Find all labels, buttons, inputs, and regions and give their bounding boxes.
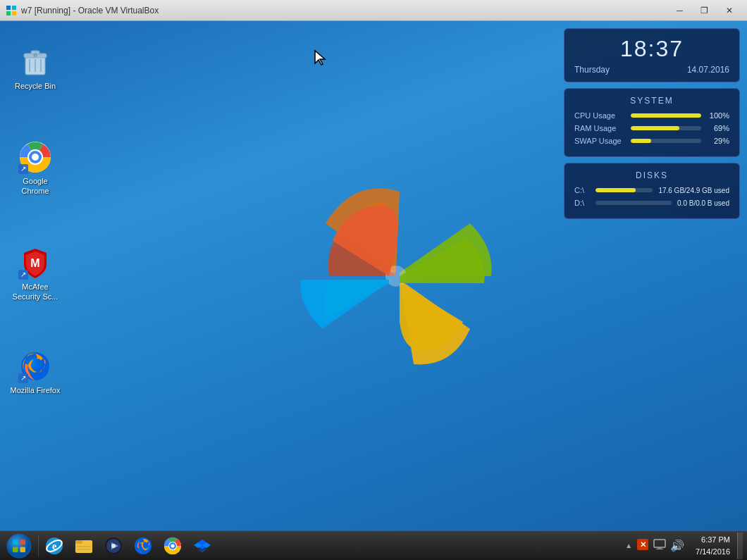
titlebar-controls: ─ ❐ ✕ [667,3,741,18]
svg-marker-4 [315,51,325,65]
system-tray: ▲ ✕ 🔊 [621,538,689,554]
svg-rect-30 [20,547,26,552]
titlebar: w7 [Running] - Oracle VM VirtualBox ─ ❐ … [0,0,747,21]
minimize-button[interactable]: ─ [667,3,692,18]
clock-date: 14.07.2016 [687,65,729,75]
titlebar-icon [6,5,17,16]
ram-bar-bg [631,126,701,130]
taskbar-divider-1 [38,535,39,556]
clock-widget: 18:37 Thursday 14.07.2016 [564,28,740,82]
taskbar-media-player[interactable] [99,533,128,559]
svg-rect-35 [75,540,82,544]
system-title: SYSTEM [574,96,729,106]
recycle-bin-image: ♻ [18,45,52,79]
cpu-value: 100% [707,111,729,120]
svg-point-41 [111,544,116,548]
taskbar-firefox[interactable] [129,533,157,559]
svg-text:↗: ↗ [20,165,26,173]
system-widget: SYSTEM CPU Usage 100% RAM Usage 69% SWAP… [564,88,740,157]
clock-day: Thursday [574,65,610,75]
disk-c-bar-bg [595,188,653,192]
svg-rect-3 [12,11,16,15]
mcafee-icon[interactable]: M ↗ McAfee Security Sc... [7,243,63,305]
svg-rect-29 [13,547,18,552]
cpu-bar [631,113,701,118]
disk-d-label: D:\ [574,199,595,207]
svg-rect-36 [77,546,91,547]
chrome-label: Google Chrome [21,176,49,197]
ram-value: 69% [707,124,729,132]
chrome-image: ↗ [18,140,52,174]
svg-rect-55 [654,540,665,547]
cpu-row: CPU Usage 100% [574,111,729,120]
firefox-icon[interactable]: ↗ Mozilla Firefox [7,347,63,398]
windows-logo [283,163,509,389]
clock-date-row: Thursday 14.07.2016 [574,65,729,75]
svg-text:M: M [30,257,39,269]
disk-c-value: 17.6 GB/24.9 GB used [658,187,729,194]
disks-widget: DISKS C:\ 17.6 GB/24.9 GB used D:\ 0.0 B… [564,163,740,219]
svg-text:↗: ↗ [20,374,26,382]
svg-rect-37 [77,549,91,550]
svg-text:♻: ♻ [33,53,37,58]
svg-text:e: e [52,541,56,552]
tray-display[interactable] [653,538,666,554]
taskbar-ie[interactable]: e [40,533,68,559]
svg-rect-57 [656,549,663,549]
mouse-cursor [314,49,328,69]
disk-d-row: D:\ 0.0 B/0.0 B used [574,199,729,207]
recycle-bin-icon[interactable]: ♻ Recycle Bin [7,42,63,94]
ram-label: RAM Usage [574,124,631,132]
taskbar-chrome[interactable] [159,533,187,559]
cpu-bar-bg [631,113,701,118]
svg-point-16 [32,154,39,161]
taskbar-right: ▲ ✕ 🔊 6:37 PM 7/14/2016 [621,533,746,559]
show-desktop-button[interactable] [737,533,743,559]
swap-row: SWAP Usage 29% [574,137,729,145]
svg-rect-1 [12,6,16,10]
ram-bar [631,126,679,130]
swap-value: 29% [707,137,729,145]
taskbar-explorer[interactable] [70,533,98,559]
svg-text:↗: ↗ [20,270,26,278]
disk-c-row: C:\ 17.6 GB/24.9 GB used [574,186,729,194]
tray-expand[interactable]: ▲ [625,542,632,549]
disk-d-bar-bg [595,201,672,205]
disk-c-bar [595,188,636,192]
recycle-bin-label: Recycle Bin [15,81,56,91]
restore-button[interactable]: ❐ [692,3,717,18]
ram-row: RAM Usage 69% [574,124,729,132]
tray-volume[interactable]: 🔊 [670,539,684,552]
disks-title: DISKS [574,170,729,180]
widget-panel: 18:37 Thursday 14.07.2016 SYSTEM CPU Usa… [564,28,740,219]
mcafee-label: McAfee Security Sc... [10,282,61,302]
disk-c-label: C:\ [574,186,595,194]
svg-text:✕: ✕ [640,540,646,549]
firefox-image: ↗ [18,349,52,383]
cpu-label: CPU Usage [574,111,631,120]
svg-rect-2 [6,11,11,15]
svg-point-26 [7,534,31,558]
clock-time: 18:37 [574,36,729,62]
titlebar-title: w7 [Running] - Oracle VM VirtualBox [21,6,667,15]
taskbar-pinned: e [40,533,216,559]
firefox-label: Mozilla Firefox [11,385,61,395]
svg-rect-0 [6,6,11,10]
svg-rect-27 [13,540,18,545]
swap-bar-bg [631,139,701,143]
taskbar-time: 6:37 PM [696,534,730,546]
tray-network-warning[interactable]: ✕ [636,538,649,554]
svg-point-46 [171,544,175,547]
desktop: ♻ Recycle Bin [0,21,747,530]
taskbar-dropbox[interactable] [188,533,216,559]
swap-label: SWAP Usage [574,137,631,145]
disk-d-value: 0.0 B/0.0 B used [677,199,729,207]
taskbar-date: 7/14/2016 [696,546,730,558]
taskbar: e [0,530,747,560]
mcafee-image: M ↗ [18,246,52,280]
taskbar-clock[interactable]: 6:37 PM 7/14/2016 [691,534,734,557]
swap-bar [631,139,651,143]
close-button[interactable]: ✕ [717,3,741,18]
start-button[interactable] [1,533,37,559]
google-chrome-icon[interactable]: ↗ Google Chrome [7,137,63,199]
